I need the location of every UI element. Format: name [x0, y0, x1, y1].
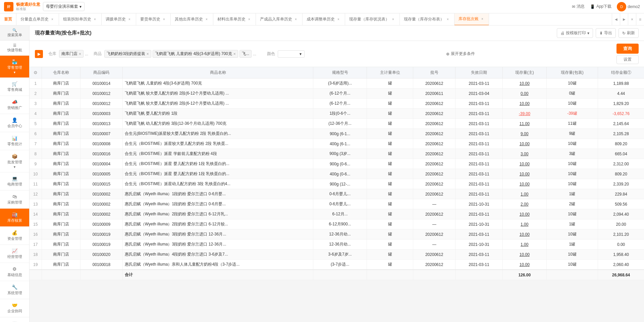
cell-qty-main[interactable]: 10.00	[502, 139, 546, 149]
cell-batch: 20200612	[413, 189, 455, 199]
tab-chengben-close[interactable]: ×	[336, 17, 341, 22]
cell-spec: (6-12个月...	[313, 99, 367, 109]
color-chevron-icon: ▾	[300, 52, 302, 56]
tab-zuzhuang[interactable]: 组装拆卸单历史 ×	[59, 13, 102, 25]
cell-qty-pkg: 10罐	[546, 78, 598, 89]
product-tag-1-remove[interactable]: ×	[147, 52, 149, 56]
tab-yaohuo-close[interactable]: ×	[162, 17, 166, 22]
refresh-button[interactable]: ↻ 刷新	[619, 28, 639, 38]
cell-qty-main[interactable]: 1.00	[502, 239, 546, 250]
sidebar-item-inventory[interactable]: 🏭 库存核算	[0, 209, 29, 227]
warehouse-tag[interactable]: 南库门店 ×	[59, 50, 84, 58]
col-warehouse: 仓库名称	[42, 67, 80, 78]
cell-qty-main[interactable]: 0.00	[502, 89, 546, 99]
product-tag-1[interactable]: 飞鹤奶粉3段奶搭提装 ×	[104, 50, 151, 58]
sidebar-item-ecommerce[interactable]: 💻 电商管理	[0, 172, 29, 191]
cell-qty-main[interactable]: 3.00	[502, 149, 546, 159]
sidebar-quick-nav[interactable]: ☰ 快捷导航	[0, 41, 29, 56]
nav-next-arrow[interactable]: ▶	[620, 13, 628, 25]
tab-xiancun2[interactable]: 现存量（库存分布表） ×	[400, 13, 454, 25]
sidebar-inventory-label: 库存核算	[7, 218, 22, 223]
tab-chengpin[interactable]: 产成品入库单历史 ×	[256, 13, 303, 25]
product-ellipsis[interactable]: ...	[253, 52, 256, 56]
app-download-btn[interactable]: 📱 App下载	[590, 4, 611, 9]
tab-kucun-active[interactable]: 库存批次账 ×	[454, 13, 489, 25]
tab-chengpin-close[interactable]: ×	[293, 17, 298, 22]
cell-qty-main[interactable]: 10.00	[502, 169, 546, 179]
user-area[interactable]: D demo2	[617, 2, 640, 11]
sidebar-item-system[interactable]: 🔧 系统管理	[0, 281, 29, 299]
sidebar-item-basic[interactable]: ⚙ 基础信息	[0, 263, 29, 281]
tab-qita[interactable]: 其他出库单历史 ×	[171, 13, 213, 25]
col-gear[interactable]: ⚙	[30, 67, 42, 78]
tab-yaohuo[interactable]: 要货单历史 ×	[136, 13, 171, 25]
tab-xiancun2-close[interactable]: ×	[445, 17, 450, 22]
sidebar-item-wholesale[interactable]: 📦 批发管理 ▼	[0, 150, 29, 172]
cell-qty-main[interactable]: 10.00	[502, 250, 546, 260]
tab-xiancun1[interactable]: 现存量（库存状况表） ×	[345, 13, 400, 25]
product-tag-2-remove[interactable]: ×	[233, 52, 236, 56]
sidebar-item-shop[interactable]: 🛒 零售商城	[0, 78, 29, 96]
nav-close-all-btn[interactable]: ×	[628, 13, 636, 25]
sidebar-item-finance[interactable]: 💰 资金管理	[0, 227, 29, 245]
footer-empty4	[313, 270, 367, 280]
cell-qty-main[interactable]: 10.00	[502, 179, 546, 189]
query-button[interactable]: 查询	[616, 44, 639, 54]
tab-fenpan[interactable]: 分量盘点单历史 ×	[16, 13, 59, 25]
tab-qita-close[interactable]: ×	[204, 17, 209, 22]
messages-label: 消息	[577, 4, 585, 9]
tab-chengben[interactable]: 成本调整单历史 ×	[303, 13, 345, 25]
tab-diaob-close[interactable]: ×	[127, 17, 132, 22]
messages-btn[interactable]: ✉ 消息	[572, 4, 585, 9]
product-tag-more[interactable]: 飞...	[239, 50, 252, 58]
sidebar-item-operation[interactable]: 📈 经营管理	[0, 245, 29, 263]
cell-code: 00100007	[80, 129, 123, 139]
tab-xiancun1-label: 现存量（库存状况表）	[349, 16, 389, 22]
cell-qty-main[interactable]: 10.00	[502, 229, 546, 239]
cell-qty-main[interactable]: -39.00	[502, 109, 546, 119]
tab-kucun-close[interactable]: ×	[480, 17, 485, 21]
warehouse-tag-remove[interactable]: ×	[79, 52, 81, 56]
product-tag-2[interactable]: 飞鹤星飞帆 儿童奶粉 4段(3-6岁适用) 700克 ×	[153, 50, 238, 58]
sidebar-item-purchase[interactable]: 🛍 采购管理	[0, 191, 29, 209]
sidebar-item-retail[interactable]: 🏪 零售管理 ▼	[0, 56, 29, 78]
cell-qty-main[interactable]: 10.00	[502, 260, 546, 270]
sidebar-search[interactable]: 🔍 搜索英单	[0, 25, 29, 41]
tab-cailiao[interactable]: 材料出库单历史 ×	[213, 13, 256, 25]
expand-conditions-btn[interactable]: ⊕ 展开更多条件	[446, 51, 475, 57]
sidebar-item-guide[interactable]: 📖 新手引导	[0, 317, 29, 322]
cell-no: 15	[30, 219, 42, 229]
cell-amount: 665.04	[598, 149, 644, 159]
tab-home[interactable]: 首页	[0, 13, 16, 25]
tab-fenpan-close[interactable]: ×	[50, 17, 55, 22]
sidebar-item-retail-stats[interactable]: 📊 零售统计	[0, 132, 29, 150]
sidebar-item-marketing[interactable]: 📣 营销推广	[0, 96, 29, 114]
tab-zuzhuang-close[interactable]: ×	[93, 17, 97, 22]
nav-prev-arrow[interactable]: ◀	[612, 13, 620, 25]
cell-qty-main[interactable]: 1.00	[502, 219, 546, 229]
cell-qty-main[interactable]: 9.00	[502, 129, 546, 139]
sidebar-item-member[interactable]: 👤 会员中心	[0, 114, 29, 132]
settings-button[interactable]: 设置	[616, 55, 639, 64]
industry-selector[interactable]: 母婴行业演示账套 ▾	[43, 2, 85, 11]
tab-diaob[interactable]: 调拨单历史 ×	[102, 13, 136, 25]
cell-unit: 罐	[367, 260, 413, 270]
export-button[interactable]: ⬇ 导出	[596, 28, 616, 38]
tab-cailiao-close[interactable]: ×	[247, 17, 252, 22]
print-button[interactable]: 🖨 按模板打印 ▾	[557, 28, 593, 38]
expand-arrow-btn[interactable]: ▶	[35, 50, 43, 58]
sidebar-item-enterprise[interactable]: 🤝 企业协同	[0, 299, 29, 317]
cell-code: 00100004	[80, 159, 123, 169]
cell-qty-main[interactable]: 10.00	[502, 209, 546, 219]
username-label: demo2	[628, 4, 640, 9]
color-dropdown[interactable]: ▾	[278, 50, 305, 58]
nav-menu-btn[interactable]: ≡	[636, 13, 644, 25]
warehouse-ellipsis[interactable]: ...	[85, 52, 88, 56]
cell-qty-main[interactable]: 1.00	[502, 189, 546, 199]
cell-qty-main[interactable]: 10.00	[502, 99, 546, 109]
tab-xiancun1-close[interactable]: ×	[391, 17, 395, 22]
cell-qty-main[interactable]: 2.00	[502, 199, 546, 209]
cell-qty-main[interactable]: 10.00	[502, 159, 546, 169]
cell-qty-main[interactable]: 10.00	[502, 78, 546, 89]
cell-qty-main[interactable]: 11.00	[502, 119, 546, 129]
